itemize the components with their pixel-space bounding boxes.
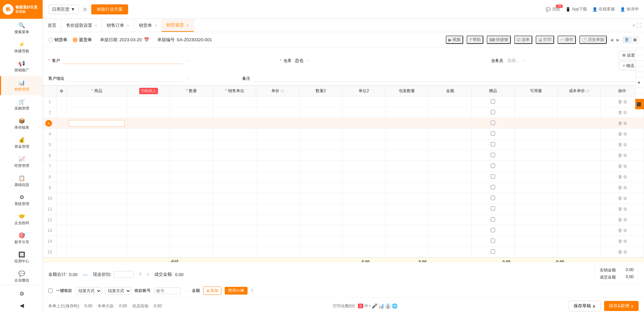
user-profile[interactable]: 👤 徐泽华 xyxy=(620,6,639,12)
row-pkg[interactable] xyxy=(385,97,428,107)
sidebar-item-system[interactable]: ⚙ 系统管理 xyxy=(0,191,43,210)
rfloat-link-btn[interactable]: 联 xyxy=(635,87,644,93)
radio-sale[interactable]: 销货单 xyxy=(48,37,67,43)
row-qty2[interactable] xyxy=(299,107,342,118)
product-input-active[interactable] xyxy=(69,120,125,127)
copy-row-icon[interactable]: ⧉ xyxy=(624,110,627,115)
staff-placeholder[interactable]: 选择... xyxy=(507,58,520,64)
shortcut-btn[interactable]: ⌨ 快捷键 xyxy=(487,36,511,44)
industry-dropdown[interactable]: 日用百货 ▼ xyxy=(48,5,79,14)
copy-row-icon[interactable]: ⧉ xyxy=(624,185,627,190)
row-qty2[interactable] xyxy=(299,97,342,107)
gift-checkbox[interactable] xyxy=(491,153,495,157)
close-icon[interactable]: × xyxy=(95,23,97,27)
row-unit[interactable] xyxy=(213,118,256,129)
delete-row-icon[interactable]: 🗑 xyxy=(618,110,622,115)
gift-checkbox[interactable] xyxy=(491,206,495,211)
row-qty[interactable] xyxy=(170,107,213,118)
delete-row-icon[interactable]: 🗑 xyxy=(618,217,622,223)
calc-method-select[interactable]: 结算方式 xyxy=(75,287,102,295)
close-icon[interactable]: × xyxy=(186,23,189,27)
delete-row-icon[interactable]: 🗑 xyxy=(618,142,622,147)
row-product[interactable] xyxy=(67,118,127,129)
delete-row-icon[interactable]: 🗑 xyxy=(618,196,622,201)
row-gift[interactable] xyxy=(472,118,515,129)
delete-row-icon[interactable]: 🗑 xyxy=(618,239,622,244)
row-avail[interactable] xyxy=(515,107,557,118)
row-product[interactable] xyxy=(67,107,127,118)
video-btn[interactable]: ▶ 视频 xyxy=(446,36,463,44)
gift-checkbox[interactable] xyxy=(491,249,495,254)
scan-input-btn[interactable]: 扫码录入 xyxy=(139,88,158,94)
customer-select-icon[interactable]: ··· xyxy=(186,59,189,63)
delete-row-icon[interactable]: 🗑 xyxy=(618,131,622,137)
rfloat-collect-btn[interactable]: 收 xyxy=(635,72,644,77)
print-btn[interactable]: 🖨 打印 xyxy=(536,36,554,44)
delete-row-icon[interactable]: 🗑 xyxy=(618,206,622,212)
row-qty[interactable] xyxy=(170,97,213,107)
sidebar-item-inventory[interactable]: 📦 库存核算 xyxy=(0,114,43,133)
help-btn[interactable]: ? 帮助 xyxy=(467,36,483,44)
gift-checkbox[interactable] xyxy=(491,239,495,243)
row-unit2[interactable] xyxy=(342,107,385,118)
sidebar-item-marketing[interactable]: 📢 营销推广 xyxy=(0,57,43,76)
row-pkg[interactable] xyxy=(385,107,428,118)
gift-checkbox[interactable] xyxy=(491,110,495,114)
app-download-btn[interactable]: 📱 App下载 xyxy=(566,6,587,12)
delete-row-icon[interactable]: 🗑 xyxy=(618,174,622,180)
experience-btn[interactable]: 体验行业方案 xyxy=(91,4,128,14)
col-settings-header[interactable]: ⚙ xyxy=(57,86,67,97)
gift-checkbox[interactable] xyxy=(491,131,495,136)
gift-checkbox[interactable] xyxy=(491,164,495,168)
copy-row-icon[interactable]: ⧉ xyxy=(624,131,627,137)
online-service-btn[interactable]: 👤 在线客服 xyxy=(592,6,615,12)
tab-sales-order[interactable]: 销售订单 × xyxy=(102,19,134,32)
account-method-select[interactable]: 结算方式 xyxy=(105,287,131,295)
close-icon[interactable]: × xyxy=(127,23,129,27)
close-tab-icon[interactable]: × xyxy=(633,23,635,28)
rfloat-help-btn[interactable]: 帮 xyxy=(635,66,644,72)
save-new-btn[interactable]: 保存&新增 ∧ xyxy=(604,301,639,311)
rfloat-star-btn[interactable]: ★ xyxy=(635,77,644,87)
gift-checkbox[interactable] xyxy=(491,228,495,232)
sidebar-collapse[interactable]: ◀ xyxy=(0,300,43,311)
rfloat-new-btn[interactable]: 消 xyxy=(635,49,644,55)
row-qty2[interactable] xyxy=(299,118,342,129)
row-gift[interactable] xyxy=(472,107,515,118)
row-unit2[interactable] xyxy=(342,97,385,107)
rfloat-orange-btn[interactable]: ⬛ xyxy=(635,99,644,109)
sidebar-item-search[interactable]: 🔍 搜索菜单 xyxy=(0,19,43,38)
delete-row-icon[interactable]: 🗑 xyxy=(618,228,622,233)
delete-row-icon[interactable]: 🗑 xyxy=(618,185,622,190)
maximize-icon[interactable]: ⛶ xyxy=(637,23,641,28)
add-payment-btn[interactable]: ⊕ 添加 xyxy=(203,287,221,295)
account-select-icon[interactable]: ··· xyxy=(185,289,189,293)
calendar-icon[interactable]: 📅 xyxy=(144,37,149,42)
row-cost[interactable] xyxy=(558,107,601,118)
row-gift[interactable] xyxy=(472,97,515,107)
copy-row-icon[interactable]: ⧉ xyxy=(624,217,627,223)
add-row-btn[interactable]: + xyxy=(45,120,52,127)
sidebar-item-collab[interactable]: 🤝 企业协同 xyxy=(0,210,43,229)
row-price[interactable] xyxy=(256,97,299,107)
row-avail[interactable] xyxy=(515,97,557,107)
copy-row-icon[interactable]: ⧉ xyxy=(624,121,627,126)
sidebar-settings[interactable]: ⚙ xyxy=(0,288,43,300)
row-unit[interactable] xyxy=(213,97,256,107)
radio-return[interactable]: 退货单 xyxy=(73,37,92,43)
copy-row-icon[interactable]: ⧉ xyxy=(624,239,627,244)
tab-sales[interactable]: 销货单 × xyxy=(134,19,162,32)
history-btn[interactable]: 🕐 历史单据 xyxy=(579,36,607,44)
copy-row-icon[interactable]: ⧉ xyxy=(624,142,627,147)
row-avail[interactable] xyxy=(515,118,557,129)
nav-next-icon[interactable]: ▶ xyxy=(616,38,620,42)
row-price[interactable] xyxy=(256,107,299,118)
delete-row-icon[interactable]: 🗑 xyxy=(618,121,622,126)
gift-checkbox[interactable] xyxy=(491,185,495,189)
sidebar-item-apps[interactable]: 🔲 应用中心 xyxy=(0,248,43,267)
staff-select-icon[interactable]: ··· xyxy=(523,59,526,63)
row-unit2[interactable] xyxy=(342,118,385,129)
question-icon[interactable]: ? xyxy=(139,272,142,277)
remark-input[interactable] xyxy=(252,75,639,82)
copy-row-icon[interactable]: ⧉ xyxy=(624,228,627,233)
